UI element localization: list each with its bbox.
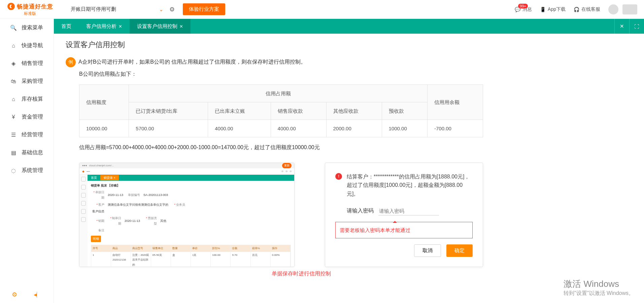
customer-service-button[interactable]: 🎧 在线客服 — [574, 6, 600, 12]
app-header: 畅捷通好生意 标准版 开账日期可停用可删 ⌄ ⚙ 体验行业方案 💬 99+ 消息… — [0, 0, 644, 19]
close-icon[interactable]: ✕ — [179, 24, 183, 29]
ok-button[interactable]: 确定 — [446, 244, 473, 257]
customer-service-label: 在线客服 — [581, 6, 600, 12]
sidebar-item-label: 搜索菜单 — [22, 24, 43, 31]
account-book-label: 开账日期可停用可删 — [71, 6, 116, 12]
card-icon: ▤ — [10, 149, 17, 156]
collapse-sidebar-icon[interactable]: ◂⎸ — [34, 291, 42, 298]
illus-refresh: 更新 — [282, 163, 292, 168]
watermark-sub: 转到"设置"以激活 Windows。 — [564, 290, 634, 297]
tab-home[interactable]: 首页 — [54, 19, 79, 34]
messages-button[interactable]: 💬 99+ 消息 — [515, 6, 532, 12]
headset-icon: 🎧 — [574, 7, 579, 12]
phone-icon: 📱 — [540, 7, 546, 12]
cart-icon: 🛍 — [10, 78, 17, 85]
credit-table: 信用额度 信用占用额 信用用余额 已订货未销货/出库 已出库未立账 销售应收款 … — [79, 85, 483, 137]
example-block: 例A企对B公司进行开单时，如果B公司的 信用占用额超过了信用额度，则在保存时进行… — [79, 57, 531, 278]
th-c5: 预收款 — [382, 102, 427, 120]
brand-text: 畅捷通好生意 — [17, 3, 53, 10]
illus-url: cloud.chanjet.com/... — [89, 163, 114, 168]
sidebar-item-label: 系统管理 — [22, 167, 43, 174]
password-note: 需要老板输入密码本单才能通过 — [335, 222, 473, 238]
money-icon: ¥ — [10, 114, 17, 121]
dialog-message: 结算客户：************的信用占用额为[1888.00元]，超过了信用… — [347, 172, 473, 198]
page-content: 设置客户信用控制 例A企对B公司进行开单时，如果B公司的 信用占用额超过了信用额… — [54, 34, 644, 303]
sidebar-item-system[interactable]: ◌系统管理 — [0, 162, 54, 179]
close-all-tabs-icon[interactable]: ✕ — [614, 19, 629, 34]
td-c2: 4000.00 — [208, 120, 271, 137]
tab-bar: 首页 客户信用分析✕ 设置客户信用控制✕ ✕ ⛶ — [54, 19, 644, 34]
sidebar-footer: ⚙ ◂⎸ — [0, 286, 54, 303]
illus-lab: 业务员 — [172, 202, 185, 207]
illus-tab: 首页 — [88, 175, 100, 180]
sidebar-item-funds[interactable]: ¥资金管理 — [0, 108, 54, 126]
tab-credit-control[interactable]: 设置客户信用控制✕ — [130, 19, 191, 34]
illustration-caption: 单据保存时进行信用控制 — [194, 269, 409, 279]
brand-logo: 畅捷通好生意 标准版 — [0, 2, 54, 16]
settings-icon[interactable]: ⚙ — [12, 291, 17, 298]
user-avatar-small[interactable] — [608, 4, 618, 14]
illus-val: 测测信条单位文字问很有测测信条单位文字的 — [108, 202, 168, 207]
th-credit-balance: 信用用余额 — [427, 85, 483, 120]
chevron-down-icon: ⌄ — [159, 7, 163, 12]
td-c5: 1000.00 — [382, 120, 427, 137]
illus-lab: 客户 — [91, 202, 104, 207]
th-c4: 其他应收款 — [326, 102, 382, 120]
tag-icon: ◈ — [10, 60, 17, 67]
experience-button[interactable]: 体验行业方案 — [183, 3, 225, 15]
illus-val: 2020-11-13 — [108, 192, 123, 198]
tab-credit-analysis[interactable]: 客户信用分析✕ — [79, 19, 130, 34]
user-avatar-large[interactable] — [622, 4, 637, 14]
fullscreen-icon[interactable]: ⛶ — [629, 19, 644, 34]
illus-subtab: 明细 — [91, 236, 101, 242]
th-c2: 已出库未立账 — [208, 102, 271, 120]
illus-val: SA-20201113-003 — [143, 192, 168, 198]
gear-outline-icon: ◌ — [10, 167, 17, 174]
illus-lab: 备注 — [91, 228, 104, 233]
example-sentence-1: A企对B公司进行开单时，如果B公司的 信用占用额超过了信用额度，则在保存时进行信… — [78, 59, 306, 65]
sidebar-item-search[interactable]: 🔍搜索菜单 — [0, 19, 54, 37]
sales-form-illustration: ●●●cloud.chanjet.com/...更新 ◆—○○○ 首页销货单 ×… — [79, 163, 295, 267]
illus-lab: 单据编号 — [127, 192, 140, 198]
sidebar-item-label: 销售管理 — [22, 60, 43, 67]
password-label: 请输入密码 — [347, 206, 374, 216]
warehouse-icon: ⌂ — [10, 96, 17, 103]
tab-label: 首页 — [61, 23, 71, 30]
td-c4: 2000.00 — [326, 120, 382, 137]
th-c3: 销售应收款 — [271, 102, 326, 120]
windows-watermark: 激活 Windows 转到"设置"以激活 Windows。 — [564, 278, 634, 297]
sidebar-item-quicknav[interactable]: ⌂快捷导航 — [0, 37, 54, 55]
calc-line: 信用占用额=5700.00+4000.00+4000.00+2000.00-10… — [79, 143, 531, 153]
search-icon: 🔍 — [10, 25, 17, 31]
sidebar-item-label: 资金管理 — [22, 113, 43, 121]
report-icon: ☰ — [10, 132, 17, 138]
app-download-label: App下载 — [548, 6, 566, 12]
gear-icon[interactable]: ⚙ — [169, 6, 175, 13]
sidebar-item-base[interactable]: ▤基础信息 — [0, 144, 54, 162]
svg-point-0 — [7, 3, 15, 10]
home-icon: ⌂ — [10, 42, 17, 49]
illus-lab: 销期 — [91, 218, 104, 224]
account-book-selector[interactable]: 开账日期可停用可删 ⌄ — [71, 6, 163, 12]
close-icon[interactable]: ✕ — [118, 24, 122, 29]
sidebar-item-sales[interactable]: ◈销售管理 — [0, 55, 54, 72]
cancel-button[interactable]: 取消 — [414, 244, 441, 257]
illus-lab: 单据日期 — [91, 190, 104, 200]
example-badge-icon: 例 — [66, 57, 76, 67]
password-input[interactable] — [378, 207, 439, 215]
th-c1: 已订货未销货/出库 — [129, 102, 208, 120]
th-credit-limit: 信用额度 — [79, 85, 129, 120]
app-download-button[interactable]: 📱 App下载 — [540, 6, 566, 12]
sidebar-item-label: 经营管理 — [22, 131, 43, 138]
sidebar-item-label: 采购管理 — [22, 78, 43, 85]
sidebar-item-purchase[interactable]: 🛍采购管理 — [0, 72, 54, 90]
messages-badge: 99+ — [518, 4, 528, 8]
td-balance: -700.00 — [427, 120, 483, 137]
warning-icon: ! — [335, 173, 342, 180]
credit-dialog-illustration: ! 结算客户：************的信用占用额为[1888.00元]，超过了… — [325, 163, 483, 267]
sidebar-item-stock[interactable]: ⌂库存核算 — [0, 90, 54, 108]
brand-icon — [7, 2, 15, 11]
sidebar-item-operation[interactable]: ☰经营管理 — [0, 126, 54, 144]
brand-edition: 标准版 — [24, 11, 36, 16]
illus-val: 2020-11-13 — [125, 218, 140, 224]
